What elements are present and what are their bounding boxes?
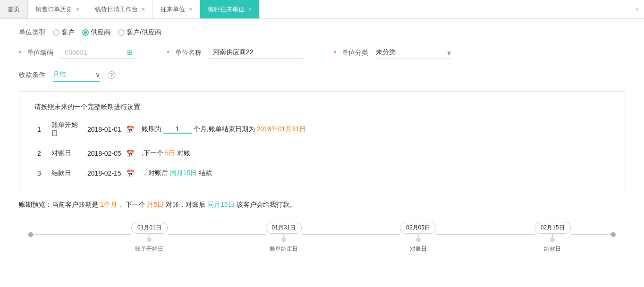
- timeline-line-1: [33, 234, 131, 235]
- period-row-1: 1 账单开始日 2018-01-01 📅 账期为 个月,账单结束日期为 2018…: [34, 121, 610, 138]
- unit-name-star: *: [167, 49, 169, 57]
- payment-terms-value: 月结: [53, 70, 92, 79]
- tab-edit-unit-close[interactable]: ×: [248, 6, 252, 13]
- period-row-3: 3 结款日 2018-02-15 📅 ，对账后 同月15日 结款: [34, 169, 610, 177]
- period-row-3-num: 3: [34, 169, 44, 177]
- timeline-dot-1: [147, 237, 152, 242]
- timeline-node-1: 01月01日 账单开始日: [131, 222, 168, 253]
- timeline-dot-4: [550, 237, 555, 242]
- tab-home[interactable]: 首页: [0, 0, 28, 18]
- unit-type-row: 单位类型 客户 供应商 客户/供应商: [19, 28, 625, 37]
- payment-terms-select[interactable]: 月结 ∨: [53, 68, 100, 82]
- timeline-start-dot: [28, 232, 33, 237]
- tab-more-arrow[interactable]: ›: [630, 0, 644, 18]
- period-payment-highlight: 同月15日: [170, 169, 197, 177]
- unit-code-icon[interactable]: ⊞: [127, 49, 133, 56]
- preview-section: 账期预览：当前客户账期是 1个月， 下一个 月5日 对账，对账后 同月15日 该…: [19, 199, 625, 211]
- tab-sales-order[interactable]: 销售订单历史 ×: [28, 0, 87, 18]
- unit-category-arrow: ∨: [447, 49, 451, 56]
- tab-bar: 首页 销售订单历史 × 钱货日清工作台 × 往来单位 × 编辑往来单位 × ›: [0, 0, 644, 19]
- radio-customer-circle: [53, 29, 59, 36]
- period-row-2-num: 2: [34, 150, 44, 157]
- timeline-end-dot: [611, 232, 616, 237]
- timeline-label-1: 账单开始日: [135, 245, 163, 253]
- tab-unit[interactable]: 往来单位 ×: [153, 0, 200, 18]
- period-row-1-extra: 账期为 个月,账单结束日期为 2018年01月31日: [142, 125, 306, 134]
- main-content: 单位类型 客户 供应商 客户/供应商 * 单位编码 ⊞ * 单位名称: [0, 19, 644, 287]
- timeline-dot-left: [28, 232, 33, 237]
- timeline-badge-1: 01月01日: [131, 222, 168, 234]
- preview-reconcile-highlight: 月5日: [147, 201, 164, 208]
- timeline-badge-3: 02月05日: [400, 222, 436, 234]
- unit-category-label: 单位分类: [342, 49, 368, 57]
- timeline-line-3: [302, 234, 400, 235]
- period-row-2-date: 2018-02-05 📅: [87, 150, 134, 157]
- unit-category-star: *: [334, 49, 336, 57]
- timeline-label-3: 对账日: [410, 245, 427, 253]
- timeline-connector-2: [283, 234, 284, 237]
- radio-customer-supplier[interactable]: 客户/供应商: [118, 28, 161, 37]
- timeline-label-2: 账单结束日: [270, 245, 298, 253]
- period-row-1-label: 账单开始日: [51, 121, 80, 138]
- unit-code-label: 单位编码: [27, 49, 53, 57]
- tab-edit-unit[interactable]: 编辑往来单位 ×: [200, 0, 260, 18]
- timeline-line-2: [168, 234, 266, 235]
- help-icon[interactable]: ?: [108, 71, 115, 79]
- timeline-label-4: 结款日: [544, 245, 561, 253]
- unit-info-row: * 单位编码 ⊞ * 单位名称 * 单位分类 未分类 ∨: [19, 46, 625, 59]
- unit-type-radio-group: 客户 供应商 客户/供应商: [53, 28, 161, 37]
- timeline-node-3: 02月05日 对账日: [400, 222, 436, 253]
- unit-name-input[interactable]: [209, 47, 304, 59]
- period-end-date-highlight: 2018年01月31日: [257, 125, 306, 134]
- payment-terms-arrow: ∨: [95, 71, 100, 78]
- timeline-dot-right: [611, 232, 616, 237]
- timeline-segment-4: 02月15日 结款日: [436, 222, 571, 253]
- timeline-segment-2: 01月31日 账单结束日: [168, 222, 302, 253]
- unit-name-label: 单位名称: [175, 49, 202, 57]
- timeline-segment-3: 02月05日 对账日: [302, 222, 436, 253]
- unit-code-input[interactable]: [65, 49, 125, 56]
- timeline-badge-4: 02月15日: [534, 222, 571, 234]
- timeline-connector-3: [418, 234, 419, 237]
- period-row-2-calendar[interactable]: 📅: [126, 150, 134, 157]
- period-row-3-extra: ，对账后 同月15日 结款: [142, 169, 212, 177]
- period-row-3-calendar[interactable]: 📅: [126, 169, 134, 177]
- timeline-connector-4: [552, 234, 553, 237]
- timeline-dot-2: [281, 237, 286, 242]
- timeline-line-4: [436, 234, 534, 235]
- tab-unit-close[interactable]: ×: [189, 6, 192, 13]
- unit-code-field: ⊞: [61, 47, 136, 59]
- radio-supplier[interactable]: 供应商: [82, 28, 110, 37]
- period-panel-title: 请按照未来的一个完整帐期进行设置: [34, 103, 610, 111]
- period-row-2: 2 对账日 2018-02-05 📅 ,下一个 5日 对账: [34, 149, 610, 158]
- radio-supplier-circle: [82, 29, 89, 36]
- timeline-node-4: 02月15日 结款日: [534, 222, 571, 253]
- timeline-badge-2: 01月31日: [266, 222, 302, 234]
- period-num-input[interactable]: [163, 125, 192, 134]
- period-row-1-calendar[interactable]: 📅: [126, 126, 134, 133]
- timeline-dot-3: [416, 237, 421, 242]
- tab-cash-reconcile-close[interactable]: ×: [142, 6, 145, 13]
- timeline-connector-1: [149, 234, 150, 237]
- unit-category-value: 未分类: [376, 48, 443, 57]
- timeline-section: 01月01日 账单开始日 01月31日 账单结束日 02月05日: [19, 222, 625, 253]
- period-row-2-label: 对账日: [51, 149, 80, 158]
- period-reconcile-highlight: 5日: [165, 149, 176, 158]
- unit-category-select[interactable]: 未分类 ∨: [376, 46, 451, 59]
- tab-cash-reconcile[interactable]: 钱货日清工作台 ×: [87, 0, 153, 18]
- period-panel: 请按照未来的一个完整帐期进行设置 1 账单开始日 2018-01-01 📅 账期…: [19, 91, 625, 189]
- unit-code-star: *: [19, 49, 21, 57]
- preview-payment-highlight: 同月15日: [207, 201, 235, 208]
- payment-terms-row: 收款条件 月结 ∨ ?: [19, 68, 625, 82]
- unit-type-label: 单位类型: [19, 28, 45, 37]
- period-row-2-extra: ,下一个 5日 对账: [142, 149, 191, 158]
- radio-customer[interactable]: 客户: [53, 28, 75, 37]
- period-row-3-label: 结款日: [51, 169, 80, 177]
- payment-terms-label: 收款条件: [19, 71, 45, 79]
- timeline-line-end: [571, 234, 611, 235]
- preview-period: 1个月，: [100, 201, 124, 208]
- timeline-node-2: 01月31日 账单结束日: [266, 222, 302, 253]
- period-row-1-date: 2018-01-01 📅: [87, 126, 134, 133]
- tab-sales-order-close[interactable]: ×: [76, 6, 79, 13]
- radio-customer-supplier-circle: [118, 29, 125, 36]
